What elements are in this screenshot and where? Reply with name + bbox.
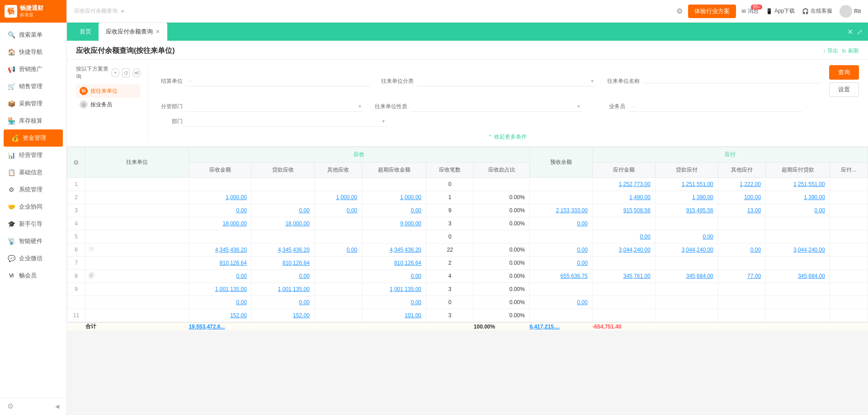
add-scheme-button[interactable]: +	[111, 68, 119, 77]
cell-ar_prepay[interactable]	[529, 230, 592, 243]
cell-ar_loan[interactable]: 152.00	[251, 309, 314, 323]
sidebar-item-wechat[interactable]: 💬 企业微信	[0, 250, 66, 267]
cell-ar_loan[interactable]: 4,345,436.20	[251, 243, 314, 257]
sidebar-item-operation[interactable]: 📊 经营管理	[0, 147, 66, 164]
cell-ar_other[interactable]: 0.00	[314, 243, 362, 257]
cell-ar_loan[interactable]: 810,126.64	[251, 257, 314, 270]
cell-ar_overdue[interactable]: 0.00	[362, 270, 426, 283]
cell-ap_other[interactable]: 100.00	[718, 191, 765, 204]
close-window-icon[interactable]: ✕	[847, 28, 853, 36]
cell-ap_overdue[interactable]: 3,044,240.00	[766, 243, 830, 257]
cell-ap_amount[interactable]	[592, 257, 655, 270]
cell-ap_overdue[interactable]: 1,251,551.00	[766, 178, 830, 191]
cell-ar_other[interactable]: 0.00	[314, 204, 362, 217]
cell-ap_other[interactable]	[718, 230, 765, 243]
cell-ap_other[interactable]	[718, 296, 765, 309]
cell-ar_prepay[interactable]: 0.00	[529, 243, 592, 257]
cell-ap_loan[interactable]: 345,684.00	[655, 270, 718, 283]
promote-button[interactable]: 体验行业方案	[688, 5, 736, 18]
cell-ar_overdue[interactable]	[362, 230, 426, 243]
cell-ap_overdue[interactable]	[766, 283, 830, 296]
cell-ar_prepay[interactable]	[529, 191, 592, 204]
input-settlement[interactable]: ···	[185, 76, 370, 86]
collapse-button[interactable]: ⌃ 收起更多条件	[156, 130, 859, 141]
cell-ar_overdue[interactable]: 9,000.00	[362, 217, 426, 230]
app-download-button[interactable]: 📱 App下载	[766, 7, 795, 15]
cell-ar_amount[interactable]	[189, 178, 251, 191]
cell-ar_overdue[interactable]: 0.00	[362, 296, 426, 309]
footer-ar-prepay[interactable]: 6,417,215....	[529, 322, 592, 330]
sidebar-item-search[interactable]: 🔍 搜索菜单	[0, 26, 66, 43]
cell-ar_overdue[interactable]: 0.00	[362, 204, 426, 217]
cell-ar_prepay[interactable]: 2,153,333.00	[529, 204, 592, 217]
cell-ap_overdue[interactable]	[766, 257, 830, 270]
sidebar-item-system[interactable]: ⚙ 系统管理	[0, 181, 66, 198]
sidebar-item-marketing[interactable]: 📢 营销推广	[0, 61, 66, 78]
cell-ar_prepay[interactable]	[529, 309, 592, 323]
cell-ap_loan[interactable]	[655, 283, 718, 296]
cell-ap_amount[interactable]: 915,508.56	[592, 204, 655, 217]
sidebar-item-finance[interactable]: 💰 资金管理	[4, 129, 63, 147]
cell-ap_amount[interactable]: 345,761.00	[592, 270, 655, 283]
query-button[interactable]: 查询	[829, 65, 859, 80]
cell-ap_loan[interactable]	[655, 217, 718, 230]
cell-ap_loan[interactable]: 0.00	[655, 230, 718, 243]
cell-ar_amount[interactable]: 1,001,135.00	[189, 283, 251, 296]
table-settings-icon[interactable]: ⚙	[73, 159, 79, 166]
cell-ar_loan[interactable]: 0.00	[251, 270, 314, 283]
tab-home[interactable]: 首页	[72, 23, 99, 41]
cell-ap_other[interactable]: 0.00	[718, 243, 765, 257]
sidebar-item-member[interactable]: Ⅵ 畅会员	[0, 267, 66, 284]
cell-ar_prepay[interactable]: 0.00	[529, 257, 592, 270]
cell-ar_amount[interactable]: 0.00	[189, 296, 251, 309]
cell-ap_amount[interactable]	[592, 296, 655, 309]
cell-ap_amount[interactable]	[592, 217, 655, 230]
cell-ar_amount[interactable]: 0.00	[189, 204, 251, 217]
cell-ar_other[interactable]	[314, 257, 362, 270]
cell-ar_other[interactable]	[314, 217, 362, 230]
cell-ap_other[interactable]: 13.00	[718, 204, 765, 217]
cell-ar_loan[interactable]	[251, 178, 314, 191]
gear-icon[interactable]: ⚙	[676, 7, 683, 15]
cell-ap_other[interactable]	[718, 283, 765, 296]
cell-ar_other[interactable]	[314, 296, 362, 309]
input-salesperson[interactable]: ···	[628, 101, 802, 112]
edit-scheme-button[interactable]: ⊙	[122, 68, 130, 77]
nav-scheme-button[interactable]: ≪	[132, 68, 141, 77]
collapse-sidebar-icon[interactable]: ◀	[55, 403, 59, 410]
cell-ap_other[interactable]	[718, 257, 765, 270]
cell-ar_other[interactable]	[314, 270, 362, 283]
cell-ap_loan[interactable]: 915,495.56	[655, 204, 718, 217]
cell-ap_loan[interactable]	[655, 296, 718, 309]
cell-ap_other[interactable]: 1,222.00	[718, 178, 765, 191]
cell-ar_overdue[interactable]: 4,345,436.20	[362, 243, 426, 257]
cell-ar_amount[interactable]: 18,000.00	[189, 217, 251, 230]
export-button[interactable]: ↑ 导出	[823, 47, 838, 55]
cell-ar_prepay[interactable]: 0.00	[529, 296, 592, 309]
cell-ar_loan[interactable]: 18,000.00	[251, 217, 314, 230]
cell-ap_overdue[interactable]: 1,390.00	[766, 191, 830, 204]
sidebar-item-inventory[interactable]: 🏪 库存核算	[0, 112, 66, 129]
cell-ap_amount[interactable]: 1,252,773.00	[592, 178, 655, 191]
cell-ar_loan[interactable]: 1,001,135.00	[251, 283, 314, 296]
cell-ar_prepay[interactable]: 0.00	[529, 217, 592, 230]
cell-ar_amount[interactable]	[189, 230, 251, 243]
cell-ap_loan[interactable]	[655, 309, 718, 323]
sidebar-item-basic[interactable]: 📋 基础信息	[0, 164, 66, 181]
cell-ar_overdue[interactable]: 101.00	[362, 309, 426, 323]
footer-ar-amount[interactable]: 19,553,472.6...	[189, 322, 251, 330]
cell-ar_prepay[interactable]	[529, 283, 592, 296]
message-button[interactable]: ✉ 消息 99+	[741, 7, 759, 15]
cell-ap_amount[interactable]	[592, 309, 655, 323]
cell-ar_amount[interactable]: 0.00	[189, 270, 251, 283]
sidebar-item-purchase[interactable]: 📦 采购管理	[0, 95, 66, 112]
select-partner-category[interactable]: ▾	[416, 76, 596, 86]
expand-icon[interactable]: ⤢	[857, 28, 863, 36]
cell-ar_prepay[interactable]: 655,636.75	[529, 270, 592, 283]
cell-ap_overdue[interactable]: 0.00	[766, 204, 830, 217]
tab-close-icon[interactable]: ✕	[156, 29, 160, 35]
cell-ap_loan[interactable]: 1,251,551.00	[655, 178, 718, 191]
input-partner-name[interactable]	[642, 79, 822, 83]
select-dept[interactable]: ▾	[185, 101, 364, 112]
cell-ar_amount[interactable]: 1,000.00	[189, 191, 251, 204]
